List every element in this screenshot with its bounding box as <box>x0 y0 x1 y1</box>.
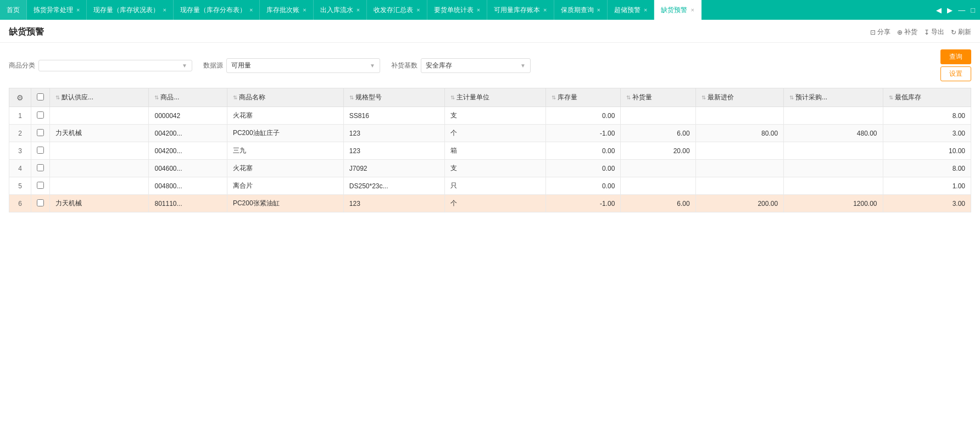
row-checkbox[interactable] <box>37 111 44 119</box>
refresh-icon: ↻ <box>951 29 956 36</box>
goods-name-cell: 三九 <box>227 142 343 160</box>
header-actions: ⊡ 分享 ⊕ 补货 ↧ 导出 ↻ 刷新 <box>870 27 971 37</box>
tab-available[interactable]: 可用量库存账本× <box>487 0 554 20</box>
tab-prev-button[interactable]: ◀ <box>933 4 944 16</box>
table-body: 10000042火花塞SS816支0.008.002力天机械004200...P… <box>9 107 971 212</box>
tab-collect[interactable]: 收发存汇总表× <box>367 0 427 20</box>
latest-price-cell <box>695 177 783 195</box>
sort-icon: ⇅ <box>349 94 354 100</box>
row-number: 5 <box>9 177 31 195</box>
forecast-cell <box>784 177 883 195</box>
sort-icon: ⇅ <box>552 94 556 100</box>
share-icon: ⊡ <box>870 29 876 36</box>
tab-close-icon[interactable]: × <box>416 7 420 13</box>
sort-icon: ⇅ <box>450 94 455 100</box>
unit-cell: 只 <box>444 177 545 195</box>
forecast-column-header[interactable]: ⇅预计采购... <box>784 88 883 107</box>
tab-abnormal[interactable]: 拣货异常处理× <box>27 0 87 20</box>
settings-column-header: ⚙ <box>9 88 31 107</box>
row-checkbox-cell <box>31 125 50 142</box>
supplier-column-header[interactable]: ⇅默认供应... <box>50 88 149 107</box>
tab-close-icon[interactable]: × <box>543 7 547 13</box>
row-checkbox[interactable] <box>37 164 44 171</box>
stock-cell: 0.00 <box>546 160 621 177</box>
spec-column-header[interactable]: ⇅规格型号 <box>343 88 444 107</box>
row-checkbox[interactable] <box>37 147 44 154</box>
tab-navigation-buttons: ◀ ▶ — □ <box>931 4 980 16</box>
tabs-container: 首页拣货异常处理×现存量（库存状况表）×现存量（库存分布表）×库存批次账×出入库… <box>0 0 931 20</box>
tab-flow[interactable]: 出入库流水× <box>314 0 367 20</box>
replenish-cell <box>621 160 695 177</box>
tab-close-icon[interactable]: × <box>249 7 253 13</box>
tab-close-icon[interactable]: × <box>163 7 166 13</box>
minimize-button[interactable]: — <box>955 4 968 16</box>
unit-cell: 箱 <box>444 142 545 160</box>
goods-code-column-header[interactable]: ⇅商品... <box>149 88 227 107</box>
maximize-button[interactable]: □ <box>968 4 978 16</box>
tab-close-icon[interactable]: × <box>597 7 600 13</box>
latest-price-cell <box>695 160 783 177</box>
stock-column-header[interactable]: ⇅库存量 <box>546 88 621 107</box>
sort-icon: ⇅ <box>626 94 631 100</box>
unit-column-header[interactable]: ⇅主计量单位 <box>444 88 545 107</box>
row-checkbox[interactable] <box>37 129 44 136</box>
min-stock-cell: 8.00 <box>883 107 971 125</box>
min-stock-cell: 10.00 <box>883 142 971 160</box>
spec-cell: 123 <box>343 195 444 212</box>
column-gear-icon[interactable]: ⚙ <box>16 93 24 102</box>
table-row: 2力天机械004200...PC200油缸庄子123个-1.006.0080.0… <box>9 125 971 142</box>
row-checkbox[interactable] <box>37 199 44 206</box>
tab-inventory1[interactable]: 现存量（库存状况表）× <box>87 0 173 20</box>
tab-close-icon[interactable]: × <box>76 7 80 13</box>
replenish-cell: 6.00 <box>621 195 695 212</box>
row-checkbox[interactable] <box>37 182 44 189</box>
forecast-cell <box>784 107 883 125</box>
table-row: 3004200...三九123箱0.0020.0010.00 <box>9 142 971 160</box>
settings-button[interactable]: 设置 <box>940 66 971 81</box>
datasource-select[interactable]: 可用量 ▼ <box>226 58 380 73</box>
sort-icon: ⇅ <box>789 94 794 100</box>
spec-cell: J7092 <box>343 160 444 177</box>
tab-home[interactable]: 首页 <box>0 0 27 20</box>
goods-code-cell: 004600... <box>149 160 227 177</box>
share-button[interactable]: ⊡ 分享 <box>870 27 890 37</box>
tab-expiry[interactable]: 保质期查询× <box>554 0 608 20</box>
tab-close-icon[interactable]: × <box>357 7 360 13</box>
data-table: ⚙ ⇅默认供应... ⇅商品... ⇅商品名称 ⇅规格型号 <box>9 88 971 212</box>
replenish-base-chevron-icon: ▼ <box>520 63 526 69</box>
latest-price-column-header[interactable]: ⇅最新进价 <box>695 88 783 107</box>
row-number: 1 <box>9 107 31 125</box>
refresh-button[interactable]: ↻ 刷新 <box>951 27 971 37</box>
replenish-button[interactable]: ⊕ 补货 <box>897 27 917 37</box>
tab-label: 保质期查询 <box>561 5 594 15</box>
tab-inventory2[interactable]: 现存量（库存分布表）× <box>174 0 260 20</box>
category-select[interactable]: ▼ <box>38 60 192 71</box>
tab-close-icon[interactable]: × <box>477 7 480 13</box>
unit-cell: 支 <box>444 107 545 125</box>
tab-label: 超储预警 <box>614 5 641 15</box>
tab-shortage[interactable]: 缺货预警× <box>654 0 701 20</box>
tab-label: 库存批次账 <box>266 5 299 15</box>
tab-demand[interactable]: 要货单统计表× <box>427 0 487 20</box>
tab-close-icon[interactable]: × <box>691 7 694 13</box>
min-stock-column-header[interactable]: ⇅最低库存 <box>883 88 971 107</box>
tab-overstock[interactable]: 超储预警× <box>608 0 654 20</box>
replenish-column-header[interactable]: ⇅补货量 <box>621 88 695 107</box>
tab-batch[interactable]: 库存批次账× <box>260 0 313 20</box>
replenish-base-value: 安全库存 <box>426 61 518 70</box>
tab-next-button[interactable]: ▶ <box>944 4 955 16</box>
table-row: 5004800...离合片DS250*23c...只0.001.00 <box>9 177 971 195</box>
tab-close-icon[interactable]: × <box>303 7 306 13</box>
table-header: ⚙ ⇅默认供应... ⇅商品... ⇅商品名称 ⇅规格型号 <box>9 88 971 107</box>
stock-cell: 0.00 <box>546 107 621 125</box>
goods-name-column-header[interactable]: ⇅商品名称 <box>227 88 343 107</box>
sort-icon: ⇅ <box>154 94 159 100</box>
export-button[interactable]: ↧ 导出 <box>924 27 944 37</box>
select-all-checkbox[interactable] <box>37 93 44 100</box>
query-button[interactable]: 查询 <box>940 49 971 64</box>
spec-cell: DS250*23c... <box>343 177 444 195</box>
replenish-base-select[interactable]: 安全库存 ▼ <box>421 58 531 73</box>
tab-close-icon[interactable]: × <box>644 7 647 13</box>
forecast-cell <box>784 160 883 177</box>
table-row: 10000042火花塞SS816支0.008.00 <box>9 107 971 125</box>
